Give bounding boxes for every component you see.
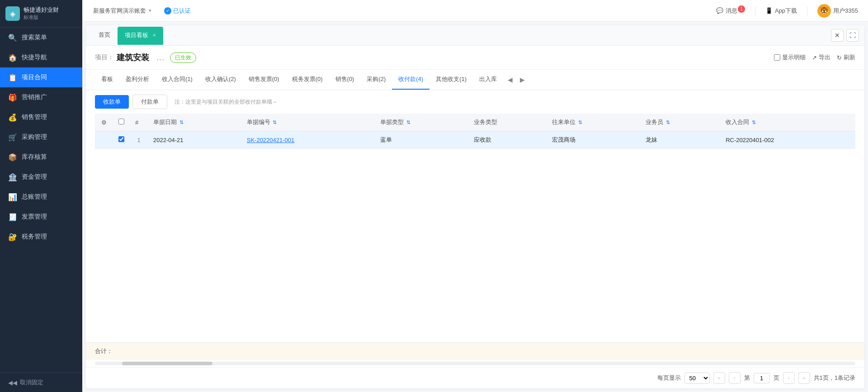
- sub-nav-next-arrow[interactable]: ▶: [517, 72, 528, 87]
- sub-nav-receipt[interactable]: 收付款(4): [392, 70, 429, 90]
- user-menu[interactable]: 🐯 用户3355: [815, 2, 861, 19]
- receipt-bill-tab[interactable]: 收款单: [95, 95, 129, 109]
- sidebar-item-sales[interactable]: 💰 销售管理: [0, 107, 82, 127]
- sub-nav-other-expense[interactable]: 其他收支(1): [429, 70, 473, 90]
- select-all-checkbox[interactable]: [118, 119, 124, 124]
- app-download-button[interactable]: 📱 App下载: [763, 5, 800, 17]
- chevron-down-icon: ▾: [149, 8, 151, 14]
- row-checkbox[interactable]: [118, 136, 124, 142]
- tab-project-board[interactable]: 项目看板 ×: [118, 27, 163, 45]
- next-page-icon: ›: [788, 375, 790, 381]
- sidebar-item-label: 总账管理: [22, 193, 47, 201]
- sub-nav-income-confirm[interactable]: 收入确认(2): [199, 70, 242, 90]
- main-content: 新服务官网演示账套 ▾ ✓ 已认证 💬 消息 1 📱 App下载 🐯 用户: [82, 0, 868, 392]
- messages-button[interactable]: 💬 消息 1: [713, 5, 748, 17]
- sidebar-item-label: 快捷导航: [22, 53, 47, 62]
- sub-nav: 看板 盈利分析 收入合同(1) 收入确认(2) 销售发票(0) 税务发票(0) …: [86, 70, 864, 90]
- sidebar-item-invoice[interactable]: 🧾 发票管理: [0, 207, 82, 227]
- income-contract-column-header[interactable]: 收入合同 ⇅: [720, 114, 855, 131]
- partner-sort-icon: ⇅: [578, 120, 582, 125]
- app-edition: 标准版: [24, 14, 59, 21]
- page-prefix-label: 第: [744, 374, 750, 382]
- last-page-button[interactable]: »: [798, 372, 810, 384]
- table-row[interactable]: 1 2022-04-21 SK-20220421-001 蓝单 应收款 宏茂商场…: [95, 131, 855, 149]
- refresh-button[interactable]: ↻ 刷新: [837, 53, 855, 62]
- export-button[interactable]: ↗ 导出: [812, 53, 830, 62]
- row-num: 1: [130, 131, 148, 149]
- topbar-left: 新服务官网演示账套 ▾ ✓ 已认证: [90, 5, 713, 17]
- page-number-input[interactable]: [754, 373, 770, 383]
- biz-type-column-header: 业务类型: [468, 114, 547, 131]
- show-detail-toggle[interactable]: 显示明细: [774, 53, 806, 62]
- contract-icon: 📋: [8, 73, 17, 82]
- close-window-button[interactable]: ✕: [831, 29, 844, 42]
- first-page-button[interactable]: «: [713, 372, 725, 384]
- sidebar-item-ledger[interactable]: 📊 总账管理: [0, 187, 82, 207]
- sidebar-item-contract[interactable]: 📋 项目合同: [0, 67, 82, 87]
- prev-page-icon: ‹: [734, 375, 736, 381]
- horizontal-scrollbar[interactable]: [95, 362, 855, 365]
- per-page-select[interactable]: 50 20 100: [684, 373, 710, 384]
- checkbox-cell[interactable]: [113, 131, 130, 149]
- sub-nav-income-contract[interactable]: 收入合同(1): [156, 70, 199, 90]
- sidebar-unpin-button[interactable]: ◀◀ 取消固定: [0, 373, 82, 392]
- sidebar-item-label: 资金管理: [22, 173, 47, 181]
- table-header-row: ⚙ # 单据日期 ⇅ 单据编号 ⇅: [95, 114, 855, 131]
- page-suffix-label: 页: [774, 374, 779, 382]
- sidebar-item-label: 税务管理: [22, 233, 47, 241]
- app-logo: ◈: [5, 6, 20, 21]
- sidebar-item-label: 采购管理: [22, 133, 47, 141]
- sidebar-item-purchase[interactable]: 🛒 采购管理: [0, 127, 82, 147]
- sidebar-item-marketing[interactable]: 🎁 营销推广: [0, 87, 82, 107]
- show-detail-checkbox[interactable]: [774, 54, 780, 61]
- date-column-header[interactable]: 单据日期 ⇅: [148, 114, 241, 131]
- sub-nav-kanban[interactable]: 看板: [95, 70, 119, 90]
- payment-bill-tab[interactable]: 付款单: [132, 95, 167, 109]
- scroll-thumb[interactable]: [122, 362, 212, 365]
- sub-nav-profit[interactable]: 盈利分析: [119, 70, 156, 90]
- code-column-header[interactable]: 单据编号 ⇅: [241, 114, 375, 131]
- tab-close-icon[interactable]: ×: [153, 32, 156, 38]
- sidebar-item-tax[interactable]: 🔐 税务管理: [0, 227, 82, 247]
- sub-nav-sales[interactable]: 销售(0): [329, 70, 361, 90]
- account-selector[interactable]: 新服务官网演示账套 ▾: [90, 5, 155, 17]
- sidebar-item-label: 搜索菜单: [22, 33, 47, 42]
- sub-nav-sales-invoice[interactable]: 销售发票(0): [242, 70, 286, 90]
- total-label: 合计：: [95, 348, 113, 354]
- expand-window-button[interactable]: ⛶: [846, 29, 859, 42]
- page-header: 项目： 建筑安装 ... 已生效 显示明细 ↗ 导出 ↻ 刷新: [86, 46, 864, 70]
- prev-page-button[interactable]: ‹: [729, 372, 741, 384]
- sidebar-item-search[interactable]: 🔍 搜索菜单: [0, 28, 82, 48]
- sub-nav-inout[interactable]: 出入库: [473, 70, 503, 90]
- tab-home[interactable]: 首页: [91, 25, 118, 45]
- more-button[interactable]: ...: [156, 53, 165, 62]
- salesperson-column-header[interactable]: 业务员 ⇅: [640, 114, 720, 131]
- salesperson-label: 业务员: [646, 119, 663, 125]
- sidebar-item-inventory[interactable]: 📦 库存核算: [0, 147, 82, 167]
- income-contract-sort-icon: ⇅: [752, 120, 756, 125]
- divider: [755, 6, 755, 15]
- export-icon: ↗: [812, 54, 817, 61]
- checkbox-column-header[interactable]: [113, 114, 130, 131]
- code-cell[interactable]: SK-20220421-001: [241, 131, 375, 149]
- type-column-header[interactable]: 单据类型 ⇅: [375, 114, 468, 131]
- sidebar-item-shortcut[interactable]: 🏠 快捷导航: [0, 48, 82, 67]
- sidebar-item-label: 项目合同: [22, 73, 47, 81]
- page-header-actions: 显示明细 ↗ 导出 ↻ 刷新: [774, 53, 855, 62]
- next-page-button[interactable]: ›: [783, 372, 795, 384]
- messages-label: 消息: [726, 7, 737, 15]
- doc-link[interactable]: SK-20220421-001: [247, 137, 295, 143]
- sub-nav-purchase[interactable]: 采购(2): [360, 70, 392, 90]
- invoice-icon: 🧾: [8, 212, 17, 221]
- type-sort-icon: ⇅: [406, 120, 410, 125]
- settings-column-header[interactable]: ⚙: [95, 114, 113, 131]
- partner-column-header[interactable]: 往来单位 ⇅: [547, 114, 640, 131]
- num-column-header: #: [130, 114, 148, 131]
- purchase-icon: 🛒: [8, 133, 17, 142]
- sidebar-item-label: 发票管理: [22, 213, 47, 221]
- certified-badge: ✓ 已认证: [164, 7, 191, 15]
- unpin-icon: ◀◀: [8, 379, 17, 386]
- sub-nav-prev-arrow[interactable]: ◀: [505, 72, 515, 87]
- sidebar-item-funds[interactable]: 🏦 资金管理: [0, 167, 82, 187]
- sub-nav-tax-invoice[interactable]: 税务发票(0): [286, 70, 329, 90]
